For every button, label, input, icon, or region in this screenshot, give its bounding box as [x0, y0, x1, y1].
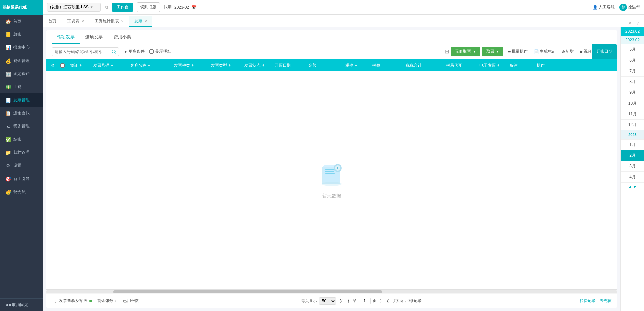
date-item-5月[interactable]: 5月: [621, 44, 644, 55]
gen-cert-button[interactable]: 📄 生成凭证: [532, 47, 558, 56]
sidebar-item-首页[interactable]: 🏠首页: [0, 15, 43, 28]
th-remark[interactable]: 备注: [508, 63, 535, 68]
th-invoice-no[interactable]: 发票号码: [91, 63, 128, 68]
date-item-12月[interactable]: 12月: [621, 120, 644, 130]
sidebar-item-新手引导[interactable]: 🎯新手引导: [0, 172, 43, 185]
add-button[interactable]: ⊕ 新增: [560, 47, 576, 56]
th-setting[interactable]: ⚙: [49, 63, 58, 68]
first-page-button[interactable]: ⟨⟨: [338, 298, 344, 304]
sidebar-item-资金管理[interactable]: 💰资金管理: [0, 54, 43, 67]
tab-工资表[interactable]: 工资表✕: [62, 16, 89, 27]
sidebar-item-报表中心[interactable]: 📊报表中心: [0, 41, 43, 54]
tab-工资统计报表[interactable]: 工资统计报表✕: [89, 16, 129, 27]
sidebar-bottom[interactable]: ◀◀ 取消固定: [0, 298, 43, 311]
th-checkbox[interactable]: [58, 63, 68, 68]
tab-发票[interactable]: 发票✕: [129, 16, 152, 27]
toolbar: ▼ 更多条件 显示明细 ⊞ 无血取票 ▼ 取票: [46, 44, 617, 59]
user-button[interactable]: 徐 徐溢华: [619, 4, 640, 11]
date-panel-top1[interactable]: 2023.02: [621, 27, 644, 36]
date-item-11月[interactable]: 11月: [621, 109, 644, 120]
deduction-record-link[interactable]: 扣费记录: [580, 298, 596, 304]
empty-state: 暂无数据: [46, 71, 617, 289]
th-invoice-type[interactable]: 发票种类: [172, 63, 209, 68]
company-selector[interactable]: (勿删）江西股宝-LSS ▼: [47, 3, 101, 12]
sidebar-item-归档管理[interactable]: 📁归档管理: [0, 146, 43, 159]
verify-checkbox[interactable]: [52, 299, 56, 303]
next-page-button[interactable]: ⟩: [379, 298, 383, 304]
tab-首页[interactable]: 首页: [43, 16, 62, 27]
date-item-4月[interactable]: 4月: [621, 172, 644, 183]
show-detail-input[interactable]: [149, 49, 154, 54]
footer-verify[interactable]: 发票查验及拍照: [52, 298, 92, 304]
select-all-checkbox[interactable]: [60, 63, 65, 68]
sidebar-item-畅会员[interactable]: 👑畅会员: [0, 185, 43, 198]
date-item-2023[interactable]: 2023: [621, 130, 644, 140]
support-button[interactable]: 👤 人工客服: [593, 4, 615, 10]
date-item-2月[interactable]: 2月: [621, 150, 644, 161]
date-item-10月[interactable]: 10月: [621, 98, 644, 109]
th-invoice-class[interactable]: 发票类型: [209, 63, 242, 68]
copy-icon[interactable]: ⧉: [105, 5, 108, 10]
sidebar-item-结账[interactable]: ✅结账: [0, 133, 43, 146]
scrollbar-area[interactable]: [46, 289, 617, 294]
tab-close-icon[interactable]: ✕: [121, 19, 124, 23]
date-item-9月[interactable]: 9月: [621, 87, 644, 98]
filter-button[interactable]: ▼ 更多条件: [122, 47, 147, 56]
sidebar-item-税务管理[interactable]: 🖨税务管理: [0, 120, 43, 133]
sidebar: 畅捷通易代账 🏠首页📒总账📊报表中心💰资金管理🏢固定资产💵工资🧾发票管理📋进销台…: [0, 0, 43, 311]
calendar-icon[interactable]: 📅: [192, 5, 197, 10]
open-period-button[interactable]: 开账日期: [592, 44, 617, 59]
date-item-3月[interactable]: 3月: [621, 161, 644, 172]
sub-tab-销项发票[interactable]: 销项发票: [52, 31, 80, 44]
date-item-1月[interactable]: 1月: [621, 140, 644, 150]
th-cert[interactable]: 凭证: [68, 63, 91, 68]
show-detail-checkbox[interactable]: 显示明细: [149, 49, 171, 54]
prev-page-button[interactable]: ⟨: [346, 298, 351, 304]
sidebar-item-工资[interactable]: 💵工资: [0, 80, 43, 93]
th-tax-rate[interactable]: 税率: [343, 63, 370, 68]
th-e-invoice[interactable]: 电子发票: [477, 63, 508, 68]
sidebar-item-固定资产[interactable]: 🏢固定资产: [0, 67, 43, 80]
th-date[interactable]: 开票日期: [273, 63, 306, 68]
date-item-8月[interactable]: 8月: [621, 77, 644, 87]
dropdown-arrow-icon: ▼: [473, 50, 476, 53]
tab-close-icon[interactable]: ✕: [81, 19, 84, 23]
tab-close-icon[interactable]: ✕: [144, 19, 147, 23]
scrollbar-thumb[interactable]: [113, 290, 382, 293]
scrollbar-track[interactable]: [46, 290, 617, 293]
th-customer[interactable]: 客户名称: [128, 63, 172, 68]
date-nav-down[interactable]: ▼: [633, 184, 637, 189]
no-ticket-button[interactable]: 无血取票 ▼: [451, 47, 480, 56]
th-amount[interactable]: 金额: [306, 63, 343, 68]
close-tab-icon[interactable]: ✕: [627, 20, 633, 27]
recharge-link[interactable]: 去充值: [600, 298, 612, 304]
sidebar-item-总账[interactable]: 📒总账: [0, 28, 43, 41]
batch-op-button[interactable]: ☰ 批量操作: [505, 47, 530, 56]
sidebar-item-设置[interactable]: ⚙设置: [0, 159, 43, 172]
sub-tab-费用小票[interactable]: 费用小票: [108, 31, 136, 44]
page-input[interactable]: [359, 298, 371, 304]
th-status[interactable]: 发票状态: [242, 63, 273, 68]
date-item-7月[interactable]: 7月: [621, 66, 644, 77]
search-input[interactable]: [52, 47, 119, 56]
expand-tab-icon[interactable]: ⤢: [635, 20, 641, 27]
sort-icon: [79, 64, 82, 67]
th-operation[interactable]: 操作: [535, 63, 555, 68]
sidebar-icon: 📁: [5, 150, 11, 155]
date-item-6月[interactable]: 6月: [621, 55, 644, 66]
workspace-button[interactable]: 工作台: [112, 3, 133, 12]
last-page-button[interactable]: ⟩⟩: [385, 298, 391, 304]
take-button[interactable]: 取票 ▼: [482, 47, 503, 56]
sidebar-item-进销台账[interactable]: 📋进销台账: [0, 107, 43, 120]
th-tax[interactable]: 税额: [370, 63, 404, 68]
switch-old-button[interactable]: 切到旧版: [137, 2, 160, 12]
sidebar-item-发票管理[interactable]: 🧾发票管理: [0, 93, 43, 107]
sub-tab-进项发票[interactable]: 进项发票: [80, 31, 108, 44]
grid-icon[interactable]: ⊞: [445, 48, 449, 55]
date-nav-up[interactable]: ▲: [628, 184, 633, 189]
video-button[interactable]: ▶ 视频: [578, 47, 594, 56]
page-size-select[interactable]: 50 100 200: [319, 297, 336, 305]
th-tax-total[interactable]: 税税合计: [404, 63, 444, 68]
date-panel-top2[interactable]: 2023.02: [621, 36, 644, 44]
th-tax-id[interactable]: 税局代开: [444, 63, 477, 68]
